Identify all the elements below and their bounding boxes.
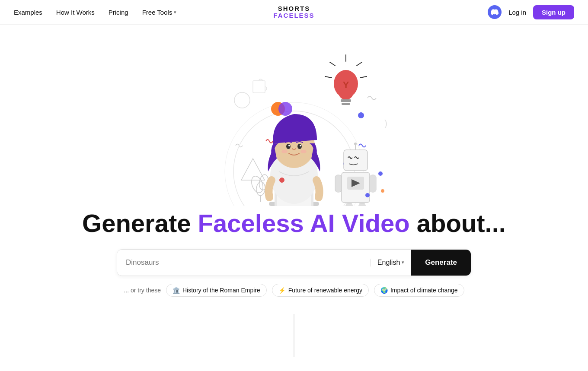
svg-rect-39 (359, 203, 365, 206)
svg-line-2 (357, 62, 362, 66)
svg-point-27 (297, 144, 302, 149)
nav-examples[interactable]: Examples (14, 9, 42, 16)
logo-shorts: SHORTS (273, 5, 314, 13)
svg-point-26 (286, 144, 291, 149)
nav-pricing[interactable]: Pricing (109, 9, 128, 16)
svg-line-3 (360, 76, 367, 78)
svg-rect-32 (344, 150, 368, 171)
hero-title: Generate Faceless AI Video about... (82, 209, 506, 237)
svg-point-30 (281, 150, 288, 153)
suggestion-text-0: History of the Roman Empire (182, 287, 260, 294)
svg-text:Y: Y (343, 79, 349, 90)
svg-rect-8 (342, 103, 350, 105)
svg-point-10 (358, 112, 364, 118)
suggestion-chip-1[interactable]: ⚡ Future of renewable energy (272, 284, 369, 297)
login-button[interactable]: Log in (508, 9, 526, 16)
topic-input[interactable] (117, 251, 370, 275)
suggestion-text-1: Future of renewable energy (288, 287, 362, 294)
language-selector[interactable]: English ▾ (370, 259, 411, 266)
svg-point-48 (365, 193, 370, 197)
svg-point-34 (354, 143, 357, 145)
try-label: ... or try these (124, 287, 161, 294)
nav-right: Log in Sign up (488, 5, 574, 19)
hero-title-end: about... (410, 209, 506, 237)
svg-point-46 (234, 92, 250, 108)
suggestion-emoji-1: ⚡ (278, 287, 286, 294)
hero-section: Y (0, 0, 588, 357)
svg-point-19 (278, 102, 292, 116)
svg-rect-0 (253, 81, 265, 93)
svg-point-28 (288, 145, 290, 146)
discord-icon[interactable] (488, 5, 502, 19)
svg-rect-43 (370, 175, 376, 192)
svg-point-31 (300, 150, 307, 153)
signup-button[interactable]: Sign up (533, 5, 574, 19)
language-value: English (377, 259, 400, 266)
nav-free-tools[interactable]: Free Tools ▾ (142, 9, 177, 16)
discord-svg (491, 8, 499, 16)
language-chevron-icon: ▾ (402, 260, 404, 265)
generate-button[interactable]: Generate (411, 250, 471, 276)
svg-line-5 (325, 76, 332, 78)
chevron-down-icon: ▾ (174, 10, 176, 15)
svg-rect-38 (346, 203, 352, 206)
navbar: Examples How It Works Pricing Free Tools… (0, 0, 588, 25)
hero-title-start: Generate (82, 209, 198, 237)
hero-svg: Y (186, 25, 402, 206)
svg-point-29 (300, 145, 301, 146)
suggestion-emoji-2: 🌍 (380, 287, 388, 294)
logo-faceless: FACELESS (273, 12, 314, 19)
nav-how-it-works[interactable]: How It Works (56, 9, 95, 16)
try-these-row: ... or try these 🏛️ History of the Roman… (124, 284, 464, 297)
svg-point-49 (381, 189, 384, 193)
svg-line-4 (330, 62, 335, 66)
suggestion-text-2: Impact of climate change (390, 287, 458, 294)
suggestion-emoji-0: 🏛️ (173, 287, 180, 294)
svg-rect-7 (341, 99, 351, 102)
svg-rect-42 (335, 175, 342, 192)
hero-title-highlight: Faceless AI Video (198, 209, 410, 237)
hero-illustration: Y (186, 25, 402, 206)
svg-point-44 (378, 171, 383, 176)
topic-input-row: English ▾ Generate (117, 249, 471, 276)
nav-left: Examples How It Works Pricing Free Tools… (14, 9, 176, 16)
section-divider (294, 314, 294, 357)
nav-logo: SHORTS FACELESS (273, 5, 314, 19)
svg-point-47 (279, 178, 284, 183)
suggestion-chip-2[interactable]: 🌍 Impact of climate change (374, 284, 464, 297)
suggestion-chip-0[interactable]: 🏛️ History of the Roman Empire (166, 284, 267, 297)
